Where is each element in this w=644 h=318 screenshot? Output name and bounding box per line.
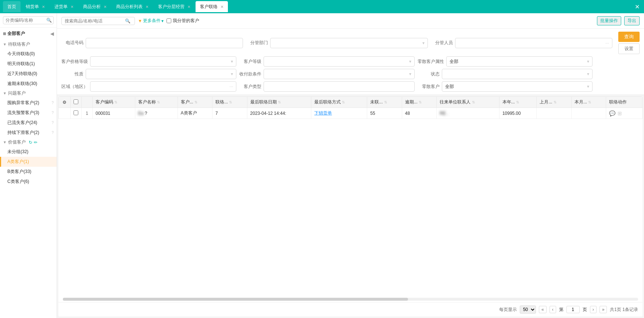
per-page-select[interactable]: 50 [520,305,536,314]
adv-field-retail-customer-select[interactable]: 全部 ▾ [442,81,593,92]
sidebar-search-icon[interactable]: 🔍 [46,18,52,23]
more-icon: ··· [605,40,609,46]
filter-bar: 🔍 ▼ 更多条件 ▾ 我分管的客户 批量操作 导出 [57,13,644,29]
sidebar-item-overdue[interactable]: 逾期未联络(30) [0,79,57,89]
prev-page-button[interactable]: ‹ [550,306,556,313]
edit-icon[interactable]: ✏ [34,140,37,145]
grid-action-icon[interactable]: ⊞ [618,110,622,116]
adv-filter-row-3: 性质 ▾ 收付款条件 ▾ 状态 [61,69,640,79]
nav-close-button[interactable]: ✕ [633,2,641,12]
refresh-icon[interactable]: ↻ [29,140,32,145]
close-icon[interactable]: ✕ [187,5,190,9]
chevron-down-icon: ▾ [161,18,164,24]
nav-tab-customer-ops[interactable]: 客户分层经营 ✕ [154,1,195,12]
sidebar-section-problem[interactable]: ▼ 问题客户 [0,89,57,98]
my-customers-label: 我分管的客户 [173,18,199,24]
sidebar-item-today[interactable]: 今天待联络(0) [0,49,57,59]
th-contact-count[interactable]: 联络... ⇅ [212,97,247,108]
sidebar-item-tomorrow[interactable]: 明天待联络(1) [0,59,57,69]
sidebar-item-declining[interactable]: 持续下滑客户(2) ? [0,128,57,138]
first-page-button[interactable]: « [539,306,547,313]
row-checkbox[interactable] [74,110,78,115]
close-icon[interactable]: ✕ [146,5,149,9]
sidebar-item-lost[interactable]: 已流失客户(24) ? [0,118,57,128]
sidebar-item-unclassified[interactable]: 未分组(32) [0,147,57,157]
help-icon[interactable]: ? [51,101,54,105]
th-type[interactable]: 客户... ⇅ [178,97,212,108]
sidebar-item-lost-label: 已流失客户(24) [7,120,37,126]
nav-tab-analysis[interactable]: 商品分析 ✕ [79,1,111,12]
th-settings[interactable]: ⚙ [59,97,71,108]
adv-field-person-select[interactable]: ··· [455,38,612,48]
adv-field-nature-select[interactable]: ▾ [86,69,236,79]
sidebar-all-customers[interactable]: ⊞ 全部客户 ◀ [0,28,57,40]
scrollbar-thumb[interactable] [63,298,408,301]
close-icon[interactable]: ✕ [71,5,74,9]
last-page-button[interactable]: » [600,306,607,313]
sort-icon: ⇅ [384,100,387,104]
page-input[interactable] [566,306,580,313]
adv-field-payment-select[interactable]: ▾ [264,69,414,79]
sidebar-item-class-a[interactable]: A类客户(1) [0,157,57,167]
nav-tab-analysis-list[interactable]: 商品分析列表 ✕ [112,1,153,12]
nav-tab-customer-contact[interactable]: 客户联络 ✕ [196,1,228,12]
th-name[interactable]: 客户名称 ⇅ [135,97,178,108]
adv-field-dept-select[interactable]: ▾ [270,38,427,48]
help-icon[interactable]: ? [51,111,54,115]
select-all-checkbox[interactable] [74,99,78,104]
adv-field-status-select[interactable]: ▾ [442,69,593,79]
last-method-link[interactable]: 下销货单 [314,110,332,116]
th-this-month[interactable]: 本月... ⇅ [571,97,606,108]
comment-icon[interactable]: 💬 [609,110,615,116]
sidebar-item-7days[interactable]: 近7天待联络(0) [0,69,57,79]
th-code[interactable]: 客户编码 ⇅ [93,97,135,108]
horizontal-scrollbar[interactable] [58,296,643,302]
my-customers-checkbox[interactable]: 我分管的客户 [167,18,199,24]
my-customers-check[interactable] [167,18,171,23]
adv-field-person: 分管人员 ··· [431,38,612,48]
settings-icon[interactable]: ⚙ [62,100,67,105]
settings-button[interactable]: 设置 [618,43,640,54]
sidebar-section-problem-label: 问题客户 [8,90,26,96]
help-icon[interactable]: ? [51,121,54,125]
query-button[interactable]: 查询 [618,32,640,42]
th-uncontacted[interactable]: 未联... ⇅ [367,97,402,108]
sort-icon: ⇅ [342,100,345,104]
adv-field-price-level-select[interactable]: ▾ [90,56,236,67]
sidebar-item-warning[interactable]: 流失预警客户(3) ? [0,108,57,118]
sidebar-item-class-c[interactable]: C类客户(6) [0,177,57,187]
th-last-date[interactable]: 最后联络日期 ⇅ [247,97,311,108]
sidebar-collapse-icon[interactable]: ◀ [50,31,54,36]
sidebar-section-pending[interactable]: ▼ 待联络客户 [0,40,57,49]
adv-field-customer-type-select[interactable] [264,81,414,92]
adv-field-retail-attr-select[interactable]: 全部 ▾ [446,56,593,67]
th-last-method[interactable]: 最后联络方式 ⇅ [311,97,367,108]
td-last-method[interactable]: 下销货单 [311,108,367,119]
adv-field-region-select[interactable]: ··· [90,81,236,92]
nav-tab-purchase[interactable]: 进货单 ✕ [50,1,78,12]
filter-more-conditions[interactable]: ▼ 更多条件 ▾ [138,18,164,24]
th-this-year[interactable]: 本年... ⇅ [499,97,537,108]
filter-search-icon[interactable]: 🔍 [125,18,130,24]
close-icon[interactable]: ✕ [104,5,107,9]
next-page-button[interactable]: › [590,306,597,313]
close-icon[interactable]: ✕ [221,5,223,9]
close-icon[interactable]: ✕ [42,5,45,9]
td-checkbox[interactable] [71,108,82,119]
help-icon[interactable]: ? [51,131,54,135]
batch-op-button[interactable]: 批量操作 [597,16,621,25]
th-checkbox[interactable] [71,97,82,108]
export-button[interactable]: 导出 [624,16,640,25]
th-last-month[interactable]: 上月... ⇅ [537,97,572,108]
adv-field-customer-level-select[interactable]: ▾ [264,56,414,67]
filter-search-input[interactable] [65,18,124,24]
adv-field-phone-input[interactable] [86,38,243,48]
sidebar-item-class-b[interactable]: B类客户(33) [0,167,57,177]
th-overdue[interactable]: 逾期... ⇅ [402,97,437,108]
th-contact-person[interactable]: 往来单位联系人 ⇅ [437,97,499,108]
nav-tab-home[interactable]: 首页 [3,1,21,12]
sidebar-item-abnormal[interactable]: 囤购异常客户(2) ? [0,98,57,108]
sidebar-section-value[interactable]: ▼ 价值客户 ↻ ✏ [0,138,57,147]
top-nav: 首页 销货单 ✕ 进货单 ✕ 商品分析 ✕ 商品分析列表 ✕ 客户分层经营 ✕ … [0,0,644,13]
nav-tab-sales[interactable]: 销货单 ✕ [21,1,49,12]
